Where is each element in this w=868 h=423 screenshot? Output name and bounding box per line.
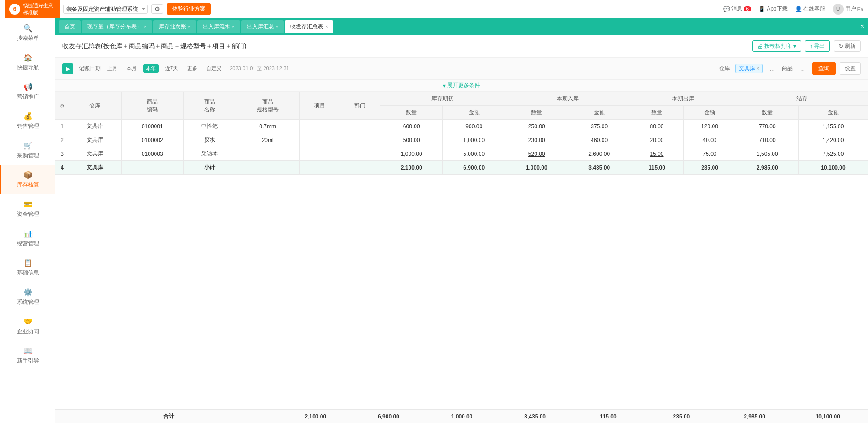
row-opening-qty: 2,100.00 <box>380 161 443 175</box>
logo-text: 畅捷通好生意 标准版 <box>23 2 53 16</box>
row-warehouse: 文具库 <box>69 147 122 161</box>
query-button[interactable]: 查询 <box>812 62 836 75</box>
row-project <box>299 133 340 147</box>
row-out-qty-link[interactable]: 15.00 <box>650 151 663 157</box>
expand-conditions-button[interactable]: ▾ 展开更多条件 <box>443 82 480 89</box>
footer-in-qty: 1,000.00 <box>425 413 498 420</box>
filter-toggle-button[interactable]: ▶ <box>62 63 73 74</box>
sidebar-item-system[interactable]: ⚙️ 系统管理 <box>0 282 55 312</box>
sidebar-item-purchase[interactable]: 🛒 采购管理 <box>0 136 55 165</box>
newbie-icon: 📖 <box>23 346 33 355</box>
sidebar-item-quick-nav[interactable]: 🏠 快捷导航 <box>0 48 55 77</box>
gear-button[interactable]: ⚙ <box>151 4 163 14</box>
export-button[interactable]: ↑ 导出 <box>805 40 830 52</box>
row-in-qty-link[interactable]: 1,000.00 <box>526 165 547 171</box>
sidebar-item-inventory[interactable]: 📦 库存核算 <box>0 165 55 194</box>
row-out-qty[interactable]: 20.00 <box>630 133 683 147</box>
system-select[interactable]: 装备及固定资产辅助管理系统 <box>63 5 148 14</box>
online-service-button[interactable]: 👤 在线客服 <box>795 5 825 13</box>
tab-batch-account[interactable]: 库存批次账 × <box>153 20 196 33</box>
tab-close-in-out-summary[interactable]: × <box>276 24 279 29</box>
row-opening-qty: 500.00 <box>380 133 443 147</box>
date-btn-7days[interactable]: 近7天 <box>162 64 181 73</box>
tab-in-out-flow[interactable]: 出入库流水 × <box>197 20 240 33</box>
th-settings[interactable]: ⚙ <box>55 92 69 120</box>
row-code: 0100001 <box>121 120 184 133</box>
sidebar-item-enterprise[interactable]: 🤝 企业协同 <box>0 312 55 341</box>
footer-bal-qty: 2,985.00 <box>718 413 791 420</box>
sidebar-item-finance[interactable]: 💳 资金管理 <box>0 194 55 224</box>
sidebar-item-sales[interactable]: 💰 销售管理 <box>0 106 55 136</box>
sidebar-item-newbie[interactable]: 📖 新手引导 <box>0 341 55 370</box>
message-button[interactable]: 💬 消息 6 <box>723 5 751 13</box>
row-out-qty-link[interactable]: 20.00 <box>650 137 663 143</box>
row-balance-amt: 7,525.00 <box>799 147 868 161</box>
sidebar-item-basic-info[interactable]: 📋 基础信息 <box>0 253 55 282</box>
date-range: 2023-01-01 至 2023-12-31 <box>230 65 289 72</box>
tab-collection-summary[interactable]: 收发存汇总表 × <box>285 20 333 33</box>
th-out-qty: 数量 <box>630 106 683 120</box>
tab-close-stock-dist[interactable]: × <box>144 24 147 29</box>
row-warehouse: 文具库 <box>69 120 122 133</box>
row-code: 0100003 <box>121 147 184 161</box>
tab-stock-dist[interactable]: 现存量（库存分布表） × <box>82 20 152 33</box>
row-project <box>299 147 340 161</box>
date-btn-custom[interactable]: 自定义 <box>204 64 224 73</box>
row-in-qty[interactable]: 520.00 <box>505 147 568 161</box>
th-opening-amt: 金额 <box>442 106 505 120</box>
row-out-qty-link[interactable]: 80.00 <box>650 123 663 130</box>
date-label: 记账日期 <box>79 65 101 72</box>
user-menu[interactable]: U 用户 Ea <box>833 4 863 15</box>
expand-icon: ▾ <box>443 82 446 89</box>
date-btn-more[interactable]: 更多 <box>184 64 200 73</box>
message-badge: 6 <box>744 6 751 11</box>
tab-close-collection-summary[interactable]: × <box>325 24 328 29</box>
row-in-qty-link[interactable]: 520.00 <box>528 151 545 157</box>
footer-out-amt: 235.00 <box>645 413 718 420</box>
warehouse-more-button[interactable]: ... <box>768 65 776 73</box>
date-btn-this-month[interactable]: 本月 <box>124 64 139 73</box>
tab-in-out-summary[interactable]: 出入库汇总 × <box>241 20 284 33</box>
row-out-qty[interactable]: 80.00 <box>630 120 683 133</box>
row-in-qty-link[interactable]: 230.00 <box>528 137 545 143</box>
tab-close-batch-account[interactable]: × <box>188 24 191 29</box>
row-dept <box>340 133 380 147</box>
row-in-qty[interactable]: 250.00 <box>505 120 568 133</box>
refresh-button[interactable]: ↻ 刷新 <box>834 40 861 52</box>
tab-home[interactable]: 首页 <box>59 20 81 33</box>
row-out-qty[interactable]: 115.00 <box>630 161 683 175</box>
row-balance-qty: 1,505.00 <box>736 147 799 161</box>
row-in-qty[interactable]: 1,000.00 <box>505 161 568 175</box>
row-in-qty[interactable]: 230.00 <box>505 133 568 147</box>
setting-button[interactable]: 设置 <box>840 62 861 75</box>
row-spec <box>236 161 299 175</box>
tab-bar: 首页 现存量（库存分布表） × 库存批次账 × 出入库流水 × 出入库汇总 × <box>55 18 868 35</box>
print-icon: 🖨 <box>757 43 763 49</box>
row-name: 中性笔 <box>184 120 236 133</box>
row-out-qty-link[interactable]: 115.00 <box>648 165 665 171</box>
date-btn-this-year[interactable]: 本年 <box>143 64 159 73</box>
footer-label: 合计 <box>59 412 279 420</box>
goods-more-button[interactable]: ... <box>798 65 807 73</box>
row-in-qty-link[interactable]: 250.00 <box>528 123 545 130</box>
app-download-button[interactable]: 📱 App下载 <box>758 5 787 13</box>
date-btn-last-month[interactable]: 上月 <box>105 64 120 73</box>
row-code: 0100002 <box>121 133 184 147</box>
sidebar-item-search-menu[interactable]: 🔍 搜索菜单 <box>0 18 55 48</box>
row-opening-qty: 600.00 <box>380 120 443 133</box>
sidebar-item-marketing[interactable]: 📢 营销推广 <box>0 77 55 106</box>
warehouse-tag-close[interactable]: × <box>757 66 759 71</box>
row-balance-amt: 10,100.00 <box>799 161 868 175</box>
logo-icon: 6 <box>9 4 20 15</box>
inventory-icon: 📦 <box>23 170 33 179</box>
tab-bar-close[interactable]: × <box>860 22 864 31</box>
goods-label: 商品 <box>782 65 793 72</box>
row-opening-amt: 900.00 <box>442 120 505 133</box>
tab-close-in-out-flow[interactable]: × <box>232 24 235 29</box>
sidebar-item-operation[interactable]: 📊 经营管理 <box>0 224 55 253</box>
row-out-qty[interactable]: 15.00 <box>630 147 683 161</box>
th-in-qty: 数量 <box>505 106 568 120</box>
print-button[interactable]: 🖨 按模板打印 ▾ <box>752 40 801 52</box>
experience-button[interactable]: 体验行业方案 <box>167 3 211 15</box>
th-bal-amt: 金额 <box>799 106 868 120</box>
